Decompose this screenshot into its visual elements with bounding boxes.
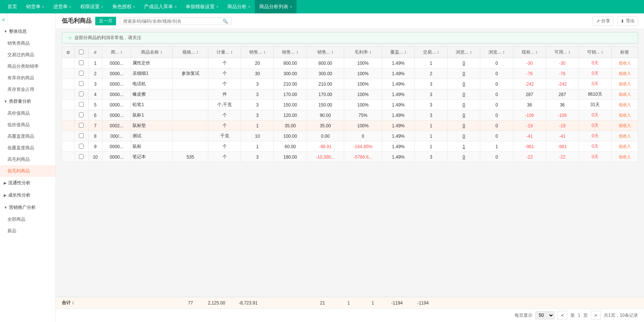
close-purchase-order-icon[interactable]: × (69, 5, 71, 9)
search-icon[interactable]: 🔍 (222, 19, 228, 24)
cell-checkbox[interactable] (74, 79, 88, 89)
cell-checkbox[interactable] (74, 89, 88, 100)
sidebar-item-sales-products[interactable]: 销售类商品 (0, 38, 55, 49)
nav-product-analysis-list[interactable]: 商品分析列表 × (255, 0, 297, 13)
close-template-icon[interactable]: × (216, 5, 218, 9)
cell-browse1[interactable]: 0 (448, 121, 480, 131)
sidebar-item-new-products[interactable]: 新品 (0, 225, 55, 237)
col-stock3[interactable]: 可销... ↕ (579, 47, 611, 58)
col-stock2[interactable]: 可用... ↕ (546, 47, 579, 58)
sidebar-item-low-coverage[interactable]: 低覆盖度商品 (0, 142, 55, 154)
close-analysis-icon[interactable]: × (248, 5, 250, 9)
sidebar-item-high-margin[interactable]: 高毛利商品 (0, 154, 55, 165)
nav-product-analysis[interactable]: 商品分析 × (223, 0, 255, 13)
row-checkbox-6[interactable] (79, 123, 84, 128)
cell-checkbox[interactable] (74, 100, 88, 110)
col-sales-amount[interactable]: 销售... ↕ (274, 47, 307, 58)
nav-purchase-order[interactable]: 进货单 × (49, 0, 76, 13)
cell-stock2: 36 (546, 100, 579, 110)
footer-stock1: -1194 (384, 300, 410, 306)
sidebar-item-traded-products[interactable]: 交易过的商品 (0, 49, 55, 61)
nav-permission-settings[interactable]: 权限设置 × (76, 0, 108, 13)
per-page-select[interactable]: 50 100 200 (535, 311, 554, 319)
col-settings[interactable]: ⚙ (62, 47, 75, 58)
close-sales-order-icon[interactable]: × (42, 5, 44, 9)
col-trade[interactable]: 交易... ↕ (415, 47, 448, 58)
cell-browse1[interactable]: 0 (448, 100, 480, 110)
top-navigation: 首页 销货单 × 进货单 × 权限设置 × 角色授权 × 产成品入库单 × 单据… (0, 0, 644, 13)
nav-sales-order[interactable]: 销货单 × (22, 0, 49, 13)
sidebar-item-stock-products[interactable]: 有库存的商品 (0, 72, 55, 84)
col-code[interactable]: 商... ↕ (102, 47, 131, 58)
cell-checkbox[interactable] (74, 152, 88, 162)
cell-checkbox[interactable] (74, 58, 88, 68)
col-browse2[interactable]: 浏览... ↕ (480, 47, 513, 58)
cell-browse1[interactable]: 0 (448, 110, 480, 121)
col-coverage[interactable]: 覆盖... ↕ (382, 47, 414, 58)
sidebar-group-cluster[interactable]: ▼ 类群量分析 (0, 95, 55, 108)
col-gross-rate[interactable]: 毛利率 ↕ (344, 47, 382, 58)
cell-checkbox[interactable] (74, 131, 88, 141)
export-button[interactable]: ⬇ 导出 (617, 16, 638, 26)
cell-browse1[interactable]: 1 (448, 141, 480, 152)
sidebar-item-all-products[interactable]: 全部商品 (0, 214, 55, 225)
next-page-button[interactable]: ＞ (591, 311, 601, 320)
nav-template-settings[interactable]: 单据模板设置 × (181, 0, 223, 13)
row-checkbox-1[interactable] (79, 71, 84, 76)
col-sales-profit[interactable]: 销售... ↕ (307, 47, 344, 58)
cell-browse1[interactable]: 0 (448, 89, 480, 100)
row-checkbox-3[interactable] (79, 92, 84, 96)
sidebar-group-marketing[interactable]: ▼ 营销推广分析 (0, 201, 55, 214)
close-permission-icon[interactable]: × (101, 5, 103, 9)
cell-browse1[interactable]: 0 (448, 79, 480, 89)
cell-browse1[interactable]: 0 (448, 68, 480, 79)
cell-checkbox[interactable] (74, 141, 88, 152)
cell-checkbox[interactable] (74, 110, 88, 121)
sidebar-item-high-value[interactable]: 高价值商品 (0, 108, 55, 119)
row-checkbox-4[interactable] (79, 102, 84, 107)
prev-page-button[interactable]: ＜ (557, 311, 567, 320)
cell-sales-amount: 170.00 (274, 89, 307, 100)
cell-browse1[interactable]: 0 (448, 58, 480, 68)
col-stock1[interactable]: 现有... ↕ (513, 47, 546, 58)
share-button[interactable]: ↗ 分享 (593, 16, 613, 26)
row-checkbox-8[interactable] (79, 144, 84, 149)
row-checkbox-9[interactable] (79, 154, 84, 159)
close-analysis-list-icon[interactable]: × (290, 5, 292, 9)
row-checkbox-5[interactable] (79, 112, 84, 117)
cell-stock2: -106 (546, 110, 579, 121)
row-checkbox-2[interactable] (79, 81, 84, 86)
col-checkbox[interactable] (74, 47, 88, 58)
cell-tag: 低收入 (612, 131, 638, 141)
sidebar-item-high-coverage[interactable]: 高覆盖度商品 (0, 131, 55, 142)
sidebar-group-flow[interactable]: ▶ 流通性分析 (0, 177, 55, 189)
cell-browse1[interactable]: 0 (448, 131, 480, 141)
sidebar-group-overall[interactable]: ▼ 整体信息 (0, 25, 55, 38)
cell-checkbox[interactable] (74, 121, 88, 131)
collapse-sidebar-btn[interactable]: « (0, 13, 7, 25)
col-sales-qty[interactable]: 销售... ↕ (241, 47, 274, 58)
col-spec[interactable]: 规格... ↕ (173, 47, 208, 58)
sidebar-item-low-value[interactable]: 低价值商品 (0, 119, 55, 131)
col-browse1[interactable]: 浏览... ↕ (448, 47, 480, 58)
cell-browse1[interactable]: 0 (448, 152, 480, 162)
table-container[interactable]: ⚙ # 商... ↕ 商品名称 ↕ 规格... ↕ 计量... ↕ 销售... … (56, 47, 644, 297)
cell-checkbox[interactable] (74, 68, 88, 79)
nav-role-auth[interactable]: 角色授权 × (108, 0, 140, 13)
sidebar-item-stock-capital[interactable]: 库存资金占用 (0, 84, 55, 95)
select-all-checkbox[interactable] (79, 50, 84, 54)
close-role-auth-icon[interactable]: × (133, 5, 135, 9)
row-checkbox-0[interactable] (79, 60, 84, 65)
cell-coverage: 1.49% (382, 141, 414, 152)
col-unit[interactable]: 计量... ↕ (208, 47, 241, 58)
nav-home[interactable]: 首页 (3, 0, 22, 13)
sidebar-item-category-rate[interactable]: 商品分类助销率 (0, 61, 55, 72)
nav-product-inbound[interactable]: 产成品入库单 × (140, 0, 181, 13)
search-input[interactable] (123, 19, 221, 24)
col-name[interactable]: 商品名称 ↕ (131, 47, 173, 58)
close-product-inbound-icon[interactable]: × (174, 5, 177, 9)
sidebar-group-growth[interactable]: ▶ 成长性分析 (0, 189, 55, 201)
time-filter-button[interactable]: 近一月 (95, 17, 116, 25)
row-checkbox-7[interactable] (79, 133, 84, 138)
sidebar-item-low-margin[interactable]: 低毛利商品 (0, 165, 55, 177)
